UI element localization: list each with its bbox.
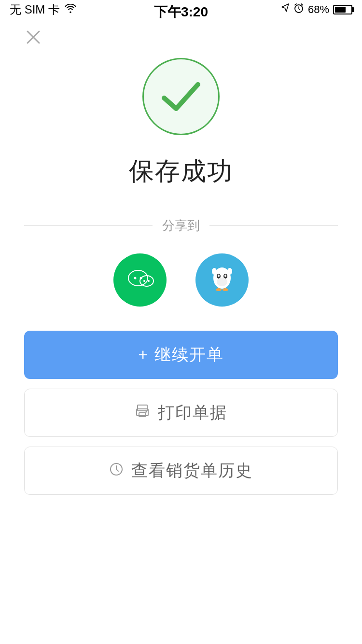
battery-percent: 68% bbox=[308, 3, 329, 16]
main-content: 保存成功 分享到 bbox=[0, 19, 362, 495]
success-icon bbox=[142, 58, 220, 135]
battery-icon bbox=[333, 5, 352, 14]
action-buttons: + 继续开单 打印单据 查看销货单历史 bbox=[0, 331, 362, 495]
close-button[interactable] bbox=[21, 25, 45, 49]
history-button[interactable]: 查看销货单历史 bbox=[24, 447, 338, 495]
svg-rect-20 bbox=[138, 405, 147, 411]
wifi-icon bbox=[64, 3, 77, 16]
svg-point-6 bbox=[139, 277, 142, 280]
history-label: 查看销货单历史 bbox=[131, 460, 253, 482]
status-left: 无 SIM 卡 bbox=[10, 2, 77, 17]
qq-share-button[interactable] bbox=[195, 253, 249, 307]
svg-point-19 bbox=[227, 268, 232, 275]
status-right: 68% bbox=[281, 3, 352, 16]
continue-button[interactable]: + 继续开单 bbox=[24, 331, 338, 379]
share-divider: 分享到 bbox=[24, 217, 338, 234]
svg-point-5 bbox=[134, 277, 136, 280]
alarm-icon bbox=[293, 3, 304, 16]
location-icon bbox=[281, 3, 290, 16]
svg-point-15 bbox=[217, 278, 227, 286]
svg-point-7 bbox=[143, 280, 145, 282]
share-label: 分享到 bbox=[162, 217, 200, 234]
wechat-share-button[interactable] bbox=[113, 253, 167, 307]
success-title: 保存成功 bbox=[129, 154, 233, 188]
print-button[interactable]: 打印单据 bbox=[24, 389, 338, 437]
svg-point-13 bbox=[224, 274, 226, 277]
svg-point-18 bbox=[212, 268, 217, 275]
status-bar: 无 SIM 卡 下午3:20 68% bbox=[0, 0, 362, 19]
svg-point-8 bbox=[148, 280, 150, 282]
svg-point-12 bbox=[218, 274, 220, 277]
status-time: 下午3:20 bbox=[154, 3, 208, 21]
no-sim-text: 无 SIM 卡 bbox=[10, 2, 60, 17]
svg-point-16 bbox=[216, 288, 222, 291]
svg-point-17 bbox=[223, 288, 228, 291]
print-label: 打印单据 bbox=[158, 402, 227, 424]
svg-point-23 bbox=[146, 411, 147, 412]
battery-fill bbox=[335, 7, 346, 13]
history-icon bbox=[109, 462, 124, 480]
battery-icon-container bbox=[333, 5, 352, 14]
share-icons bbox=[24, 253, 338, 307]
svg-point-3 bbox=[128, 270, 148, 286]
print-icon bbox=[135, 404, 150, 422]
share-section: 分享到 bbox=[0, 217, 362, 307]
